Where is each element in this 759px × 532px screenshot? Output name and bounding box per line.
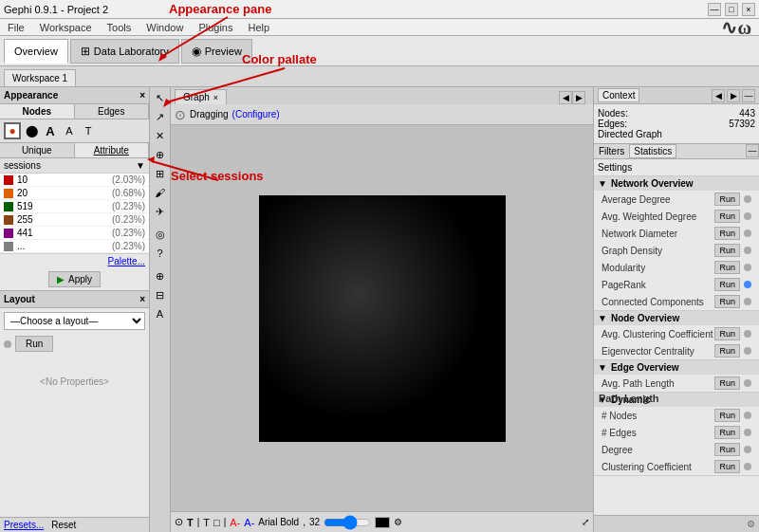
maximize-button[interactable]: □ <box>725 3 738 16</box>
connected-components-row: Connected Components Run <box>594 293 759 310</box>
graph-density-run-btn[interactable]: Run <box>714 244 740 257</box>
layout-title: Layout <box>4 294 35 304</box>
avg-weighted-run-btn[interactable]: Run <box>714 210 740 223</box>
context-close-btn[interactable]: — <box>742 89 755 102</box>
add-node-tool[interactable]: ⊕ <box>152 146 169 163</box>
layout-select[interactable]: —Choose a layout— <box>4 312 145 330</box>
font-comma: , <box>303 517 305 527</box>
label-color-icon[interactable]: A <box>42 122 59 139</box>
attribute-subtab[interactable]: Attribute <box>75 143 150 157</box>
settings-icon[interactable]: ⚙ <box>394 517 402 527</box>
nodes-dynamic-run-btn[interactable]: Run <box>714 409 740 422</box>
configure-link[interactable]: (Configure) <box>232 109 280 119</box>
avg-path-length-indicator <box>744 379 751 387</box>
presets-link[interactable]: Presets... <box>4 520 44 530</box>
statistics-tab[interactable]: Statistics <box>629 144 676 158</box>
degree-dynamic-run-btn[interactable]: Run <box>714 443 740 456</box>
overview-tab[interactable]: Overview <box>4 39 68 64</box>
pagerank-run-btn[interactable]: Run <box>714 278 740 291</box>
network-diameter-run-btn[interactable]: Run <box>714 227 740 240</box>
graph-canvas[interactable] <box>171 125 593 511</box>
pagerank-row: PageRank Run <box>594 276 759 293</box>
list-item[interactable]: 20 (0.68%) <box>0 187 149 200</box>
modularity-run-btn[interactable]: Run <box>714 261 740 274</box>
clustering-coeff-dynamic-run-btn[interactable]: Run <box>714 460 740 473</box>
sessions-dropdown[interactable]: ▼ <box>136 160 145 171</box>
label-size-icon[interactable]: A <box>61 122 78 139</box>
preview-tab[interactable]: ◉ Preview <box>181 39 252 64</box>
network-overview-header[interactable]: ▼ Network Overview <box>594 176 759 191</box>
workspace-tab[interactable]: Workspace 1 <box>4 69 76 86</box>
list-item[interactable]: ... (0.23%) <box>0 240 149 253</box>
dynamic-header[interactable]: ▼ Dynamic <box>594 393 759 407</box>
apply-row: ▶ Apply <box>0 268 149 290</box>
palette-link[interactable]: Palette... <box>108 256 145 266</box>
filters-tab[interactable]: Filters <box>594 144 629 158</box>
menu-plugins[interactable]: Plugins <box>194 22 236 33</box>
avg-path-length-run-btn[interactable]: Run <box>714 376 740 390</box>
workspace-bar: Workspace 1 <box>0 66 759 87</box>
zoom-minus-tool[interactable]: ⊟ <box>152 286 169 303</box>
expand-icon[interactable]: ⤢ <box>582 517 589 527</box>
reset-link[interactable]: Reset <box>51 520 76 530</box>
graph-tab[interactable]: Graph × <box>175 89 227 104</box>
zoom-plus-tool[interactable]: ⊕ <box>152 267 169 284</box>
context-next-btn[interactable]: ▶ <box>727 89 740 102</box>
close-button[interactable]: × <box>742 3 755 16</box>
appearance-close-icon[interactable]: × <box>139 90 145 101</box>
node-overview-header[interactable]: ▼ Node Overview <box>594 311 759 325</box>
edges-dynamic-run-btn[interactable]: Run <box>714 426 740 439</box>
clustering-coeff-run-btn[interactable]: Run <box>714 327 740 340</box>
menu-file[interactable]: File <box>4 22 28 33</box>
unique-subtab[interactable]: Unique <box>0 143 75 157</box>
graph-next-btn[interactable]: ▶ <box>572 91 585 104</box>
heat-map-tool[interactable]: ◎ <box>152 226 169 243</box>
app-logo: ∿ω <box>721 16 751 39</box>
apply-icon: ▶ <box>57 274 65 284</box>
font-slider[interactable] <box>324 515 371 530</box>
help-tool[interactable]: ? <box>152 245 169 262</box>
window-controls[interactable]: — □ × <box>708 3 755 16</box>
edges-tab[interactable]: Edges <box>75 104 150 119</box>
menu-workspace[interactable]: Workspace <box>36 22 96 33</box>
layout-close-icon[interactable]: × <box>139 294 145 304</box>
shortest-path-tool[interactable]: ✈ <box>152 203 169 220</box>
list-item[interactable]: 519 (0.23%) <box>0 200 149 213</box>
list-item[interactable]: 441 (0.23%) <box>0 227 149 240</box>
add-edge-tool[interactable]: ⊞ <box>152 165 169 182</box>
color-icon[interactable]: ● <box>4 122 21 139</box>
apply-button[interactable]: ▶ Apply <box>48 271 101 287</box>
appearance-title: Appearance <box>4 90 58 101</box>
minimize-button[interactable]: — <box>708 3 721 16</box>
label-tool[interactable]: A <box>152 305 169 322</box>
direct-tool[interactable]: ↗ <box>152 108 169 125</box>
list-item[interactable]: 10 (2.03%) <box>0 174 149 187</box>
eigenvector-run-btn[interactable]: Run <box>714 344 740 358</box>
node-size-icon[interactable]: ⬤ <box>23 122 40 139</box>
run-button[interactable]: Run <box>15 336 53 352</box>
nodes-tab[interactable]: Nodes <box>0 104 75 119</box>
context-prev-btn[interactable]: ◀ <box>712 89 725 102</box>
collapse-arrow-icon: ▼ <box>598 178 607 189</box>
menu-window[interactable]: Window <box>142 22 187 33</box>
graph-tab-close-icon[interactable]: × <box>213 93 218 102</box>
context-tab[interactable]: Context <box>598 88 639 102</box>
text-icon[interactable]: T <box>80 122 97 139</box>
select-tool[interactable]: ↖ <box>152 89 169 106</box>
edge-overview-header[interactable]: ▼ Edge Overview <box>594 360 759 375</box>
data-laboratory-tab[interactable]: ⊞ Data Laboratory <box>70 39 179 64</box>
menu-tools[interactable]: Tools <box>103 22 136 33</box>
color-swatch <box>4 189 13 198</box>
list-item[interactable]: 255 (0.23%) <box>0 213 149 227</box>
stats-close-btn[interactable]: — <box>746 144 759 157</box>
color-swatch-black[interactable] <box>375 517 390 528</box>
move-tool[interactable]: ✕ <box>152 127 169 144</box>
paint-tool[interactable]: 🖌 <box>152 184 169 201</box>
graph-prev-btn[interactable]: ◀ <box>559 91 572 104</box>
connected-components-run-btn[interactable]: Run <box>714 295 740 308</box>
avg-degree-run-btn[interactable]: Run <box>714 193 740 206</box>
menu-help[interactable]: Help <box>244 22 273 33</box>
node-collapse-arrow-icon: ▼ <box>598 313 607 323</box>
edges-dynamic-indicator <box>744 429 751 436</box>
separator: | <box>197 517 200 527</box>
